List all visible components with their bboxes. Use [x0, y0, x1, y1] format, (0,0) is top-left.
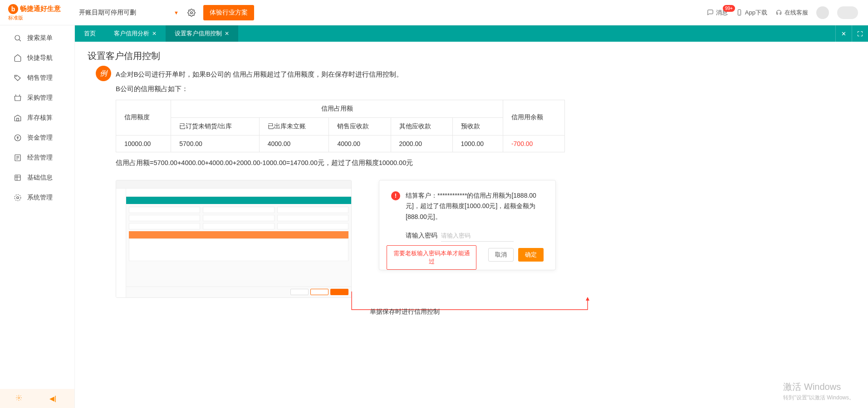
settings-button[interactable]: [183, 5, 200, 21]
sidebar-item-basedata[interactable]: 基础信息: [0, 168, 74, 188]
chevron-down-icon: ▼: [174, 10, 179, 15]
svg-rect-1: [738, 10, 740, 15]
example-text-2: B公司的信用额占如下：: [116, 85, 847, 93]
th-occupy: 信用占用额: [171, 100, 503, 117]
svg-point-16: [17, 197, 19, 199]
credit-table: 信用额度 信用占用额 信用用余额 已订货未销货/出库 已出库未立账 销售应收款 …: [116, 100, 565, 152]
cell-limit: 10000.00: [116, 135, 171, 152]
th-sub: 销售应收款: [329, 117, 391, 135]
sidebar-item-inventory[interactable]: 库存核算: [0, 108, 74, 128]
headset-icon: [775, 9, 782, 16]
messages-link[interactable]: 消息 99+: [707, 9, 728, 17]
th-sub: 预收款: [452, 117, 503, 135]
tab-credit-analysis[interactable]: 客户信用分析✕: [105, 25, 166, 42]
svg-point-5: [16, 76, 17, 77]
data-icon: [14, 174, 22, 182]
svg-point-17: [18, 397, 20, 399]
phone-icon: [736, 9, 743, 16]
warehouse-icon: [14, 114, 22, 122]
system-icon: [14, 194, 22, 202]
form-screenshot: [116, 180, 352, 298]
sidebar-item-label: 快捷导航: [27, 54, 53, 62]
sidebar-item-label: 搜索菜单: [27, 34, 53, 42]
coin-icon: [14, 134, 22, 142]
support-link[interactable]: 在线客服: [775, 9, 808, 17]
messages-badge: 99+: [723, 5, 735, 12]
app-download-label: App下载: [745, 9, 767, 17]
sidebar-footer: ◀ǀ: [0, 389, 74, 408]
save-button-highlight: [330, 289, 348, 295]
page-title: 设置客户信用控制: [88, 50, 855, 62]
sidebar-item-system[interactable]: 系统管理: [0, 188, 74, 208]
industry-plan-label: 体验行业方案: [210, 9, 248, 17]
example-section: 例 A企对B公司进行开单时，如果B公司的 信用占用额超过了信用额度，则在保存时进…: [88, 68, 855, 306]
ok-label: 确定: [525, 251, 537, 259]
account-selector-label: 开账日期可停用可删: [79, 9, 136, 17]
tab-close-all[interactable]: ✕: [835, 25, 852, 42]
close-icon[interactable]: ✕: [152, 30, 157, 37]
sidebar-item-sales[interactable]: 销售管理: [0, 68, 74, 88]
th-sub: 其他应收款: [391, 117, 452, 135]
svg-point-0: [191, 11, 193, 14]
credit-warning-dialog: ! 结算客户：************的信用占用额为[1888.00元]，超过了…: [379, 180, 556, 270]
tab-label: 首页: [84, 29, 96, 38]
brand-name: 畅捷通好生意: [20, 5, 61, 13]
sidebar-item-label: 销售管理: [27, 74, 53, 82]
th-balance: 信用用余额: [503, 100, 564, 135]
sidebar-item-search[interactable]: 搜索菜单: [0, 28, 74, 48]
sidebar-item-quicknav[interactable]: 快捷导航: [0, 48, 74, 68]
password-input[interactable]: [441, 230, 514, 242]
collapse-icon[interactable]: ◀ǀ: [49, 395, 56, 402]
th-limit: 信用额度: [116, 100, 171, 135]
cell-value: 4000.00: [329, 135, 391, 152]
svg-line-4: [19, 39, 20, 41]
footer-gear-icon[interactable]: [15, 394, 22, 403]
dialog-message: 结算客户：************的信用占用额为[1888.00元]，超过了信用…: [406, 190, 544, 223]
account-selector[interactable]: 开账日期可停用可删 ▼: [74, 5, 183, 21]
th-sub: 已出库未立账: [259, 117, 329, 135]
report-icon: [14, 154, 22, 162]
user-avatar[interactable]: [816, 6, 829, 19]
table-row: 10000.00 5700.00 4000.00 4000.00 2000.00…: [116, 135, 565, 152]
cell-balance: -700.00: [503, 135, 564, 152]
password-label: 请输入密码: [406, 232, 437, 240]
home-icon: [14, 54, 22, 62]
page-body: 设置客户信用控制 例 A企对B公司进行开单时，如果B公司的 信用占用额超过了信用…: [75, 42, 868, 408]
sidebar-item-label: 采购管理: [27, 94, 53, 102]
dialog-note: 需要老板输入密码本单才能通过: [387, 245, 476, 270]
main-area: 首页 客户信用分析✕ 设置客户信用控制✕ ✕ 设置客户信用控制 例 A企对B公司…: [75, 25, 868, 408]
cancel-button[interactable]: 取消: [488, 248, 514, 262]
ok-button[interactable]: 确定: [518, 248, 544, 262]
close-icon[interactable]: ✕: [225, 30, 229, 37]
cell-value: 2000.00: [391, 135, 452, 152]
sidebar-item-finance[interactable]: 资金管理: [0, 128, 74, 148]
cell-value: 1000.00: [452, 135, 503, 152]
diagram-caption: 单据保存时进行信用控制: [370, 308, 440, 316]
sidebar-item-purchase[interactable]: 采购管理: [0, 88, 74, 108]
sidebar-item-operations[interactable]: 经营管理: [0, 148, 74, 168]
tab-home[interactable]: 首页: [75, 25, 105, 42]
th-sub: 已订货未销货/出库: [171, 117, 259, 135]
tag-icon: [14, 74, 22, 82]
industry-plan-button[interactable]: 体验行业方案: [203, 5, 254, 20]
support-label: 在线客服: [785, 9, 808, 17]
top-header: b 畅捷通好生意 标准版 开账日期可停用可删 ▼ 体验行业方案 消息 99+ A…: [0, 0, 868, 25]
brand-edition: 标准版: [8, 15, 23, 21]
tab-label: 设置客户信用控制: [175, 29, 222, 38]
app-download-link[interactable]: App下载: [736, 9, 767, 17]
sidebar-item-label: 库存核算: [27, 114, 53, 122]
svg-point-3: [15, 35, 20, 40]
svg-rect-12: [15, 175, 20, 180]
user-menu[interactable]: [837, 6, 858, 19]
gear-icon: [187, 9, 196, 17]
svg-rect-6: [17, 118, 19, 121]
cell-value: 5700.00: [171, 135, 259, 152]
tab-fullscreen[interactable]: [852, 25, 868, 42]
sidebar-item-label: 经营管理: [27, 154, 53, 162]
brand-mark-icon: b: [8, 4, 18, 14]
example-badge-icon: 例: [96, 66, 111, 81]
tabbar: 首页 客户信用分析✕ 设置客户信用控制✕ ✕: [75, 25, 868, 42]
tab-credit-control[interactable]: 设置客户信用控制✕: [166, 25, 238, 42]
search-icon: [14, 34, 22, 42]
sidebar-item-label: 系统管理: [27, 194, 53, 202]
